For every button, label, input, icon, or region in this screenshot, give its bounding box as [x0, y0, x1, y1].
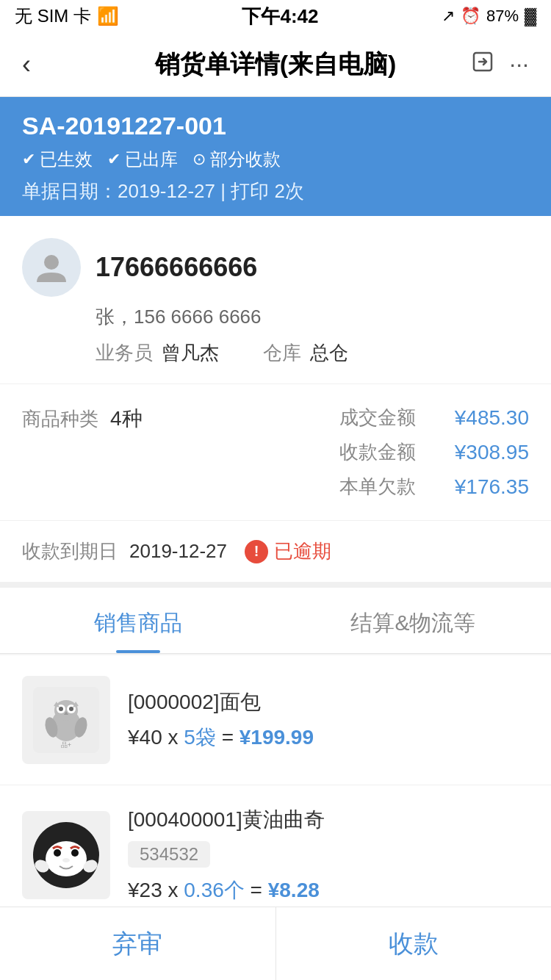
order-date-value: 2019-12-27	[118, 180, 215, 202]
product-name-bread: [0000002]面包	[128, 688, 529, 716]
svg-point-20	[71, 849, 79, 857]
due-date-label: 收款到期日	[22, 538, 118, 564]
effective-icon: ✔	[22, 150, 35, 169]
badge-effective-label: 已生效	[40, 148, 93, 171]
shipped-icon: ✔	[107, 150, 120, 169]
partial-payment-icon: ⊙	[192, 150, 206, 169]
deal-amount-row: 成交金额 ¥485.30	[339, 405, 529, 430]
unit-price-bread: ¥40	[128, 726, 162, 749]
warehouse-name: 总仓	[310, 340, 348, 366]
status-badges: ✔ 已生效 ✔ 已出库 ⊙ 部分收款	[22, 148, 529, 171]
print-label: | 打印	[215, 180, 274, 202]
order-id: SA-20191227-001	[22, 112, 529, 140]
equals-bread: =	[222, 726, 240, 749]
product-info-bread: [0000002]面包 ¥40 x 5袋 = ¥199.99	[128, 688, 529, 752]
customer-name-phone: 张，156 6666 6666	[96, 304, 262, 330]
cancel-review-button[interactable]: 弃审	[0, 907, 276, 980]
unit-bread: 袋	[195, 726, 216, 749]
badge-partial-payment: ⊙ 部分收款	[192, 148, 281, 171]
qty-cookie: 0.36个	[184, 879, 245, 901]
customer-section: 17666666666 张，156 6666 6666 业务员 曾凡杰 仓库 总…	[0, 216, 551, 384]
battery-text: 87%	[486, 7, 519, 26]
due-date-value: 2019-12-27	[129, 540, 227, 563]
customer-phone: 17666666666	[96, 252, 257, 283]
wifi-icon: 📶	[97, 6, 119, 26]
product-types-label: 商品种类	[22, 406, 98, 432]
overdue-icon: !	[245, 540, 268, 563]
due-date-section: 收款到期日 2019-12-27 ! 已逾期	[0, 521, 551, 588]
back-button[interactable]: ‹	[22, 49, 66, 80]
share-button[interactable]	[471, 50, 494, 79]
amount-stats: 成交金额 ¥485.30 收款金额 ¥308.95 本单欠款 ¥176.35	[339, 405, 529, 500]
deal-amount-label: 成交金额	[339, 405, 416, 430]
svg-point-19	[54, 849, 61, 857]
badge-partial-label: 部分收款	[210, 148, 281, 171]
nav-bar: ‹ 销货单详情(来自电脑) ···	[0, 32, 551, 97]
received-amount-row: 收款金额 ¥308.95	[339, 439, 529, 465]
staff-label: 业务员	[96, 340, 153, 366]
unit-cookie: 个	[224, 879, 245, 901]
product-info-cookie: [000400001]黄油曲奇 534532 ¥23 x 0.36个 = ¥8.…	[128, 806, 529, 904]
received-amount-value: ¥308.95	[433, 441, 529, 464]
more-button[interactable]: ···	[509, 51, 529, 78]
equals-cookie: =	[251, 879, 268, 901]
product-image-cookie	[22, 811, 110, 899]
product-types-value: 4种	[110, 405, 143, 433]
qty-val-bread: 5	[184, 726, 195, 749]
stats-section: 商品种类 4种 成交金额 ¥485.30 收款金额 ¥308.95 本单欠款 ¥…	[0, 384, 551, 521]
warehouse-label: 仓库	[263, 340, 301, 366]
product-item-cookie: [000400001]黄油曲奇 534532 ¥23 x 0.36个 = ¥8.…	[0, 785, 551, 926]
tab-sales-products[interactable]: 销售商品	[0, 588, 276, 653]
badge-shipped-label: 已出库	[125, 148, 178, 171]
customer-avatar	[22, 238, 81, 297]
product-image-bread: 品+	[22, 676, 110, 764]
order-header-banner: SA-20191227-001 ✔ 已生效 ✔ 已出库 ⊙ 部分收款 单据日期：…	[0, 97, 551, 216]
status-left: 无 SIM 卡 📶	[15, 4, 119, 28]
svg-point-21	[62, 858, 70, 862]
total-bread: ¥199.99	[240, 726, 314, 749]
debt-amount-value: ¥176.35	[433, 475, 529, 499]
nav-right-actions: ···	[471, 50, 529, 79]
overdue-badge: ! 已逾期	[245, 538, 331, 564]
product-sku-cookie: 534532	[128, 841, 210, 868]
status-time: 下午4:42	[242, 4, 318, 29]
product-item: 品+ [0000002]面包 ¥40 x 5袋 = ¥199.99	[0, 655, 551, 785]
received-amount-label: 收款金额	[339, 439, 416, 465]
multiply-cookie: x	[168, 879, 184, 901]
status-bar: 无 SIM 卡 📶 下午4:42 ↗ ⏰ 87% ▓	[0, 0, 551, 32]
product-price-bread: ¥40 x 5袋 = ¥199.99	[128, 724, 529, 752]
debt-amount-row: 本单欠款 ¥176.35	[339, 474, 529, 500]
badge-effective: ✔ 已生效	[22, 148, 93, 171]
staff-row: 业务员 曾凡杰 仓库 总仓	[96, 340, 529, 366]
total-cookie: ¥8.28	[268, 879, 320, 901]
svg-point-1	[44, 255, 59, 270]
svg-text:品+: 品+	[61, 741, 71, 749]
page-title: 销货单详情(来自电脑)	[155, 48, 397, 82]
customer-info-row: 张，156 6666 6666	[96, 304, 529, 330]
multiply-bread: x	[168, 726, 184, 749]
product-types: 商品种类 4种	[22, 405, 143, 433]
badge-shipped: ✔ 已出库	[107, 148, 178, 171]
unit-price-cookie: ¥23	[128, 879, 162, 901]
print-count: 2	[274, 180, 284, 202]
product-name-cookie: [000400001]黄油曲奇	[128, 806, 529, 834]
customer-row: 17666666666	[22, 238, 529, 297]
order-date-label: 单据日期：	[22, 180, 118, 202]
alarm-icon: ⏰	[461, 7, 480, 26]
bottom-bar: 弃审 收款	[0, 907, 551, 980]
overdue-label: 已逾期	[274, 538, 331, 564]
status-right: ↗ ⏰ 87% ▓	[442, 7, 536, 26]
location-icon: ↗	[442, 7, 455, 26]
print-suffix: 次	[285, 180, 304, 202]
debt-amount-label: 本单欠款	[339, 474, 416, 500]
order-date-row: 单据日期：2019-12-27 | 打印 2次	[22, 179, 529, 204]
qty-bread: 5袋	[184, 726, 216, 749]
collect-payment-button[interactable]: 收款	[276, 907, 552, 980]
product-price-cookie: ¥23 x 0.36个 = ¥8.28	[128, 876, 529, 904]
qty-val-cookie: 0.36	[184, 879, 224, 901]
tabs-section: 销售商品 结算&物流等	[0, 588, 551, 654]
staff-name: 曾凡杰	[162, 340, 219, 366]
battery-icon: ▓	[525, 7, 536, 26]
no-sim-text: 无 SIM 卡	[15, 4, 91, 28]
tab-settlement-logistics[interactable]: 结算&物流等	[276, 588, 551, 653]
